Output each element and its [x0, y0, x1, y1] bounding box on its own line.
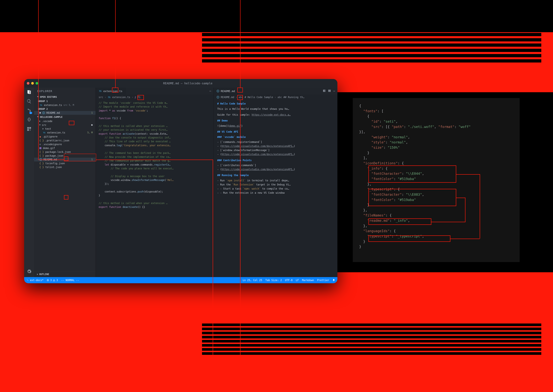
status-language[interactable]: Markdown: [302, 279, 314, 282]
window-minimize-button[interactable]: [31, 82, 34, 85]
activity-bar: [24, 88, 34, 277]
open-editor-item[interactable]: i README.md 1: [34, 111, 96, 115]
activity-settings-icon[interactable]: [27, 269, 32, 274]
split-editor-icon[interactable]: [328, 89, 331, 93]
info-icon: i: [217, 90, 219, 92]
tab-more-icon[interactable]: ⋯: [333, 89, 335, 93]
json-icon: { }: [39, 150, 44, 154]
decor-bars-top: [202, 33, 541, 64]
image-icon: [39, 147, 42, 149]
file-tree-item[interactable]: test: [34, 127, 96, 131]
file-tree-item[interactable]: .vscode: [34, 119, 96, 123]
decor-bars-bottom: [202, 323, 541, 356]
status-branch[interactable]: ext-docs*: [27, 279, 43, 282]
ts-icon: TS: [108, 96, 111, 98]
outline-section[interactable]: OUTLINE: [34, 271, 96, 277]
editor-group-1: TS extension.ts ⋯ src› TS extension.ts› …: [96, 88, 214, 277]
project-section[interactable]: HELLOCODE-SAMPLE: [34, 115, 96, 119]
file-tree-item[interactable]: { }package.json: [34, 154, 96, 158]
activity-extensions-icon[interactable]: [27, 126, 32, 132]
info-icon: i: [217, 96, 219, 98]
status-notifications-icon[interactable]: [332, 279, 335, 281]
tab-more-icon[interactable]: ⋯: [210, 89, 211, 93]
window-close-button[interactable]: [27, 82, 29, 85]
activity-debug-icon[interactable]: [27, 117, 32, 123]
info-icon: i: [42, 112, 45, 114]
editor-tabs: TS extension.ts ⋯: [96, 88, 214, 95]
status-eol[interactable]: LF: [296, 279, 299, 282]
open-editors-section[interactable]: OPEN EDITORS: [34, 95, 96, 99]
chevron-icon: [39, 120, 40, 122]
file-tree-item[interactable]: { }tslint.json: [34, 165, 96, 169]
status-bar: ext-docs* 3 3 -- NORMAL -- Ln 25, Col 25…: [24, 277, 337, 283]
breadcrumbs[interactable]: i README.md› abc # Hello Code Sample› ab…: [214, 95, 337, 100]
status-vim-mode: -- NORMAL --: [61, 279, 79, 282]
chevron-icon: [39, 125, 41, 126]
status-problems[interactable]: 3 3: [47, 279, 58, 282]
json-snippet-panel: { "fonts": [ { "id": "seti", "src": [{ "…: [353, 98, 520, 262]
titlebar: README.md — hellocode-sample: [24, 79, 337, 88]
code-editor[interactable]: // The module 'vscode' contains the VS C…: [96, 100, 214, 277]
gear-icon: ⚙: [39, 143, 41, 146]
status-encoding[interactable]: UTF-8: [285, 279, 293, 282]
markdown-editor[interactable]: # Hello Code SampleThis is a Hello World…: [214, 100, 337, 277]
ts-icon: TS: [42, 131, 46, 134]
open-preview-icon[interactable]: [323, 89, 326, 93]
editor-tab-extension[interactable]: TS extension.ts: [96, 88, 126, 95]
activity-search-icon[interactable]: [27, 99, 32, 104]
editor-group-1-label: GROUP 1: [34, 99, 96, 103]
file-tree-item[interactable]: src: [34, 123, 96, 127]
open-editor-item[interactable]: TS extension.ts src 5, M: [34, 103, 96, 107]
symbol-icon: ⨍: [135, 96, 136, 99]
status-formatter[interactable]: Prettier: [317, 279, 329, 282]
dirty-dot-icon: [39, 112, 41, 114]
file-tree-item[interactable]: { }.prettierrc.json: [34, 139, 96, 142]
window-title: README.md — hellocode-sample: [41, 82, 335, 85]
editor-tab-readme[interactable]: i README.md: [214, 88, 238, 95]
file-tree-item[interactable]: ◆.gitignore: [34, 134, 96, 139]
file-tree-item[interactable]: { }package-lock.json: [34, 150, 96, 154]
breadcrumbs[interactable]: src› TS extension.ts› ⨍ f1: [96, 95, 214, 100]
explorer-title: EXPLORER: [34, 88, 96, 95]
file-tree-item[interactable]: iREADME.md1: [34, 158, 96, 161]
json-icon: { }: [39, 166, 44, 169]
editor-group-2: i README.md ⋯ i README.md› abc # Hello C…: [214, 88, 337, 277]
window-maximize-button[interactable]: [35, 82, 38, 85]
json-icon: { }: [39, 162, 44, 165]
chevron-icon: [42, 128, 44, 130]
json-icon: { }: [39, 154, 44, 157]
modified-dot-icon: [91, 124, 93, 126]
info-icon: i: [39, 158, 42, 161]
editor-tabs: i README.md ⋯: [214, 88, 337, 95]
explorer-sidebar: EXPLORER OPEN EDITORS GROUP 1 TS extensi…: [34, 88, 96, 277]
status-cursor-position[interactable]: Ln 25, Col 25: [243, 279, 262, 282]
file-tree-item[interactable]: ⚙.vscodeignore: [34, 142, 96, 146]
file-tree-item[interactable]: { }tsconfig.json: [34, 161, 96, 165]
ts-icon: TS: [39, 104, 42, 106]
ts-icon: TS: [99, 90, 102, 92]
git-icon: ◆: [39, 135, 41, 138]
file-tree-item[interactable]: TSextension.ts5, M: [34, 131, 96, 134]
editor-group-2-label: GROUP 2: [34, 107, 96, 111]
vscode-window: README.md — hellocode-sample EXPLORER OP…: [24, 79, 337, 283]
json-icon: { }: [39, 139, 44, 142]
activity-scm-icon[interactable]: [27, 108, 32, 113]
status-tab-size[interactable]: Tab Size: 2: [265, 279, 282, 282]
file-tree-item[interactable]: demo.gif: [34, 146, 96, 150]
activity-explorer-icon[interactable]: [27, 90, 32, 95]
